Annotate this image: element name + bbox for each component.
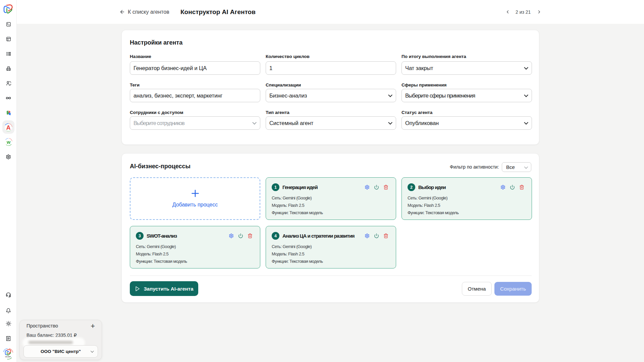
- svg-text:A: A: [6, 124, 11, 131]
- svg-text:VIS ERP: VIS ERP: [5, 356, 11, 358]
- svg-text:w: w: [6, 139, 10, 145]
